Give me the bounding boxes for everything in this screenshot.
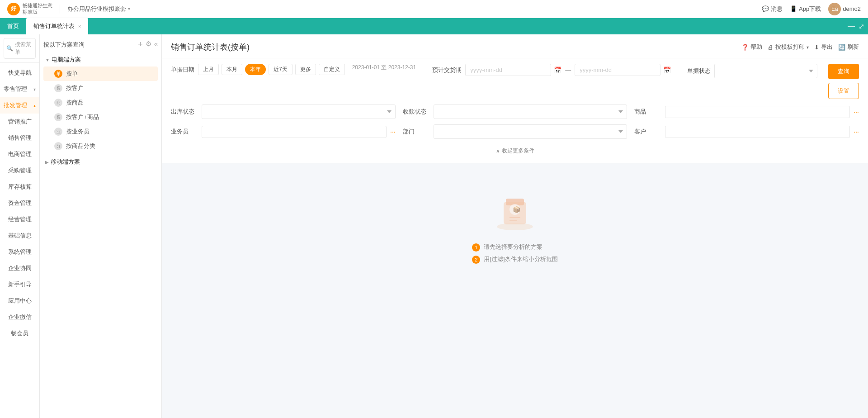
salesperson-label: 业务员	[171, 128, 198, 136]
customer-input[interactable]	[665, 126, 850, 138]
dept-select[interactable]	[434, 124, 627, 139]
minimize-btn[interactable]: —	[848, 22, 855, 30]
scheme-item-by-customer[interactable]: 客 按客户	[43, 81, 158, 95]
salesperson-input[interactable]	[202, 126, 387, 138]
tab-sales-order-stats[interactable]: 销售订单统计表 ×	[26, 18, 88, 34]
query-button[interactable]: 查询	[828, 64, 859, 79]
sidebar-search: 🔍 搜索菜单	[0, 34, 39, 63]
date-btn-7days[interactable]: 近7天	[269, 64, 292, 75]
title-arrow-icon[interactable]: ▾	[128, 6, 130, 11]
export-btn[interactable]: ⬇ 导出	[814, 43, 833, 51]
sidebar-section-quick: 快捷导航 零售管理 ▾ 批发管理 ▴ 营销推广 销售管理 电商管理 采购管理	[0, 63, 39, 343]
sidebar-item-inventory[interactable]: 库存核算	[0, 179, 39, 195]
sidebar-item-marketing[interactable]: 营销推广	[0, 114, 39, 130]
refresh-btn[interactable]: 🔄 刷新	[838, 43, 859, 51]
tabbar: 首页 销售订单统计表 × — ⤢	[0, 18, 868, 34]
scheme-item-by-salesperson[interactable]: 业 按业务员	[43, 124, 158, 139]
message-icon: 💬	[762, 5, 769, 12]
content: 按以下方案查询 + ⚙ « ▼ 电脑端方案 单 按单 客 按客户	[40, 34, 868, 418]
dept-col: 部门	[403, 124, 627, 139]
expected-date-from: 📅	[465, 64, 561, 76]
date-btn-last-month[interactable]: 上月	[198, 64, 219, 75]
scheme-item-by-category[interactable]: 分 按商品分类	[43, 139, 158, 153]
sidebar-item-quick-nav[interactable]: 快捷导航	[0, 65, 39, 81]
date-btn-this-year[interactable]: 本年	[245, 64, 266, 75]
logo: 好 畅捷通好生意 标准版	[7, 3, 52, 15]
tab-home[interactable]: 首页	[0, 18, 26, 34]
sidebar-item-basic[interactable]: 基础信息	[0, 228, 39, 244]
maximize-btn[interactable]: ⤢	[859, 22, 864, 31]
page-header-actions: ❓ 帮助 🖨 按模板打印 ▾ ⬇ 导出 🔄 刷新	[741, 43, 859, 51]
scheme-icon-by-customer-goods: 客	[54, 113, 62, 121]
empty-tips: 1 请先选择要分析的方案 2 用[过滤]条件来缩小分析范围	[472, 243, 557, 264]
customer-ellipsis-btn[interactable]: ···	[854, 128, 859, 135]
sidebar-item-member[interactable]: 畅会员	[0, 325, 39, 342]
scheme-group-mobile-header[interactable]: ▶ 移动端方案	[43, 155, 158, 169]
expected-date-label: 预计交货期	[432, 66, 462, 74]
goods-label: 商品	[634, 108, 661, 116]
sidebar-item-finance[interactable]: 资金管理	[0, 195, 39, 211]
settings-scheme-btn[interactable]: ⚙	[146, 40, 151, 49]
sidebar-item-wholesale[interactable]: 批发管理 ▴	[0, 97, 39, 114]
expected-date-to-input[interactable]	[575, 64, 660, 76]
goods-ellipsis-btn[interactable]: ···	[854, 108, 859, 115]
expected-date-to: 📅	[575, 64, 671, 76]
payment-status-select[interactable]	[434, 104, 627, 119]
date-filter-label: 单据日期	[171, 66, 194, 74]
download-icon: 📱	[790, 5, 797, 12]
sidebar-item-enterprise[interactable]: 企业协同	[0, 260, 39, 276]
scheme-item-by-goods[interactable]: 商 按商品	[43, 95, 158, 110]
scheme-icon-by-order: 单	[54, 70, 62, 78]
help-icon: ❓	[741, 44, 749, 51]
sidebar-item-app-center[interactable]: 应用中心	[0, 293, 39, 309]
scheme-item-by-customer-goods[interactable]: 客 按客户+商品	[43, 110, 158, 124]
sidebar-item-wechat[interactable]: 企业微信	[0, 309, 39, 325]
help-btn[interactable]: ❓ 帮助	[741, 43, 762, 51]
scheme-item-by-order[interactable]: 单 按单	[43, 66, 158, 81]
collapse-panel-btn[interactable]: «	[154, 40, 158, 49]
empty-state: 📦 1 请先选择要分析的方案 2 用[过滤]条件来缩小分析范围	[162, 163, 868, 282]
expected-date-from-input[interactable]	[465, 64, 551, 76]
print-icon: 🖨	[768, 44, 774, 51]
empty-tip-2: 2 用[过滤]条件来缩小分析范围	[472, 255, 557, 264]
export-icon: ⬇	[814, 44, 819, 51]
goods-input[interactable]	[665, 106, 850, 118]
filter-row-2: 出库状态 收款状态 商品 ···	[171, 104, 859, 119]
date-btn-this-month[interactable]: 本月	[222, 64, 242, 75]
app-title: 办公用品行业模拟账套 ▾	[67, 5, 756, 13]
customer-col: 客户 ···	[634, 126, 859, 138]
sidebar-item-ecommerce[interactable]: 电商管理	[0, 146, 39, 162]
filter-area: 单据日期 上月 本月 本年 近7天 更多 自定义 2023-01-01 至 20…	[162, 58, 868, 163]
date-btn-group: 上月 本月 本年 近7天 更多 自定义	[198, 64, 345, 75]
calendar-to-icon[interactable]: 📅	[663, 66, 671, 74]
sidebar-item-newbie[interactable]: 新手引导	[0, 276, 39, 293]
main-scroll-area: 📦 1 请先选择要分析的方案 2 用[过滤]条件来缩小分析范围	[162, 163, 868, 418]
delivery-status-select[interactable]	[202, 104, 396, 119]
tab-close-icon[interactable]: ×	[78, 24, 81, 29]
date-btn-custom[interactable]: 自定义	[319, 64, 345, 75]
print-template-btn[interactable]: 🖨 按模板打印 ▾	[768, 43, 809, 51]
sidebar-item-sales[interactable]: 销售管理	[0, 130, 39, 146]
payment-status-col: 收款状态	[403, 104, 627, 119]
collapse-filter-btn[interactable]: ∧ 收起更多条件	[171, 144, 859, 157]
message-btn[interactable]: 💬 消息	[762, 5, 783, 13]
reset-button[interactable]: 设置	[828, 83, 859, 99]
topbar-right: 💬 消息 📱 App下载 Ea demo2	[762, 3, 861, 15]
sidebar-item-system[interactable]: 系统管理	[0, 244, 39, 260]
customer-label: 客户	[634, 128, 661, 136]
search-menu-btn[interactable]: 🔍 搜索菜单	[4, 38, 36, 59]
sidebar-item-retail[interactable]: 零售管理 ▾	[0, 81, 39, 97]
page-title: 销售订单统计表(按单)	[171, 42, 250, 52]
add-scheme-btn[interactable]: +	[138, 40, 143, 49]
logo-icon: 好	[7, 3, 20, 15]
sidebar-item-operations[interactable]: 经营管理	[0, 211, 39, 228]
salesperson-ellipsis-btn[interactable]: ···	[390, 128, 396, 135]
app-download-btn[interactable]: 📱 App下载	[790, 5, 821, 13]
calendar-from-icon[interactable]: 📅	[554, 66, 561, 74]
date-btn-more[interactable]: 更多	[295, 64, 316, 75]
status-select[interactable]	[714, 64, 817, 78]
sidebar-item-purchase[interactable]: 采购管理	[0, 162, 39, 179]
page-header: 销售订单统计表(按单) ❓ 帮助 🖨 按模板打印 ▾ ⬇ 导出	[162, 34, 868, 58]
user-profile[interactable]: Ea demo2	[828, 3, 861, 15]
scheme-group-pc-header[interactable]: ▼ 电脑端方案	[43, 53, 158, 66]
